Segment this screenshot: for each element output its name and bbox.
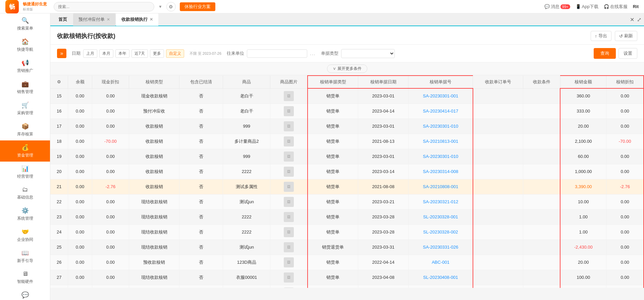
cell-cancel_bill_no-3[interactable]: SA-20210813-001 — [409, 134, 473, 149]
export-btn[interactable]: ↑ 导出 — [591, 31, 612, 41]
tab-close-prepay[interactable]: ✕ — [107, 17, 110, 22]
date-last-month[interactable]: 上月 — [83, 49, 97, 58]
cell-cancel_discount-12: 0.00 — [606, 270, 644, 285]
close-tab-icon[interactable]: ✕ — [630, 16, 634, 23]
maximize-icon[interactable]: ⤢ — [637, 16, 641, 23]
sidebar-item-inventory[interactable]: 📦库存核算 — [0, 119, 50, 140]
bill-no-link-4[interactable]: SA-20230301-010 — [423, 154, 459, 159]
cell-cancel_bill_date-7: 2023-03-21 — [358, 194, 409, 209]
bill-no-link-7[interactable]: SA-20230321-012 — [423, 199, 459, 204]
message-btn[interactable]: 💬 消息 99+ — [544, 4, 570, 10]
sidebar-item-system[interactable]: ⚙️系统管理 — [0, 204, 50, 225]
tab-prepay[interactable]: 预付冲应付单✕ — [73, 13, 115, 26]
col-header-settings[interactable]: ⚙ — [50, 76, 68, 88]
sidebar-item-capital[interactable]: 💰资金管理 — [0, 140, 50, 162]
service-btn[interactable]: 🎧 在线客服 — [604, 4, 628, 10]
cell-balance-7: 0.00 — [68, 194, 92, 209]
cell-cancel_discount-3: -70.00 — [606, 134, 644, 149]
bill-no-link-11[interactable]: ABC-001 — [432, 260, 449, 265]
filter-bar: » 日期 上月 本月 本年 近7天 更多 自定义 不限 至 2023-07-26 — [50, 45, 644, 62]
data-table-wrapper: ⚙余额现金折扣核销类型包含已结清商品商品图片核销单据类型核销单据日期核销单据号收… — [50, 75, 644, 288]
bill-no-link-0[interactable]: SA-20230301-001 — [423, 93, 459, 98]
enterprise-icon: 🤝 — [21, 228, 29, 235]
sidebar-item-wechat[interactable]: 💬企业微信 — [0, 288, 50, 300]
sidebar-item-search[interactable]: 🔍搜索菜单 — [0, 13, 50, 35]
sidebar-item-enterprise[interactable]: 🤝企业协同 — [0, 225, 50, 246]
cell-goods-6: 测试多属性 — [223, 179, 270, 194]
cell-cash_discount-9: 0.00 — [92, 224, 129, 240]
page-title: 收款核销执行(按收款) — [57, 32, 115, 40]
bill-no-link-8[interactable]: SL-20230328-001 — [423, 214, 458, 219]
cell-cancel_bill_no-4[interactable]: SA-20230301-010 — [409, 149, 473, 164]
cell-cancel_bill_no-1[interactable]: SA-20230414-017 — [409, 103, 473, 119]
app-download-btn[interactable]: 📱 App下载 — [576, 4, 598, 10]
industry-btn[interactable]: 休验行业方案 — [180, 2, 215, 11]
sidebar-item-hardware[interactable]: 🖥智能硬件 — [0, 267, 50, 288]
sidebar-item-guide[interactable]: 📖新手引导 — [0, 246, 50, 267]
filter-toggle-btn[interactable]: » — [57, 49, 66, 58]
cell-cancel_bill_no-9[interactable]: SL-20230328-002 — [409, 224, 473, 240]
settings-icon[interactable]: ⚙ — [166, 2, 176, 11]
cell-goods_image-8: 🖼 — [270, 209, 308, 224]
tab-label-receipt: 收款核销执行 — [121, 16, 148, 23]
sidebar-item-basic[interactable]: 🗂基础信息 — [0, 183, 50, 204]
cell-cancel_bill_type-3: 销货单 — [308, 134, 358, 149]
cell-balance-6: 0.00 — [68, 179, 92, 194]
main-content: 首页预付冲应付单✕收款核销执行✕ ✕ ⤢ 收款核销执行(按收款) ↑ 导出 ↺ — [50, 13, 644, 300]
bill-no-link-10[interactable]: SA-20230331-026 — [423, 245, 459, 250]
sidebar-item-marketing[interactable]: 📢营销推广 — [0, 56, 50, 77]
goods-image-1: 🖼 — [284, 106, 294, 116]
top-search-input[interactable] — [54, 2, 154, 11]
cell-cancel_bill_no-0[interactable]: SA-20230301-001 — [409, 88, 473, 103]
date-this-year[interactable]: 本年 — [115, 49, 129, 58]
cell-cancel_bill_no-7[interactable]: SA-20230321-012 — [409, 194, 473, 209]
bill-no-link-12[interactable]: SL-20230408-001 — [423, 275, 458, 280]
tab-receipt[interactable]: 收款核销执行✕ — [116, 13, 158, 26]
expand-more-btn[interactable]: ∨ 展开更多条件 — [327, 65, 367, 73]
cell-goods_image-3: 🖼 — [270, 134, 308, 149]
sidebar-item-purchase[interactable]: 🛒采购管理 — [0, 98, 50, 119]
user-name[interactable]: Rit — [633, 4, 639, 9]
cell-cancel_bill_no-13[interactable]: SL-20230418-001 — [409, 285, 473, 288]
cell-balance-5: 0.00 — [68, 164, 92, 179]
cell-cancel_bill_no-2[interactable]: SA-20230301-010 — [409, 119, 473, 134]
sidebar-item-operation[interactable]: 📊经营管理 — [0, 162, 50, 183]
date-this-month[interactable]: 本月 — [99, 49, 113, 58]
cell-goods_image-1: 🖼 — [270, 103, 308, 119]
query-btn[interactable]: 查询 — [594, 48, 616, 59]
cell-receipt_condition-5 — [523, 164, 560, 179]
cell-cancel_bill_no-6[interactable]: SA-20210808-001 — [409, 179, 473, 194]
cell-cancel_bill_no-10[interactable]: SA-20230331-026 — [409, 240, 473, 255]
cell-cancel_bill_no-11[interactable]: ABC-001 — [409, 255, 473, 270]
cell-cancel_amount-11: 20.00 — [560, 255, 606, 270]
settings-btn[interactable]: 设置 — [619, 48, 637, 59]
cell-cancel_bill_no-5[interactable]: SA-20230314-008 — [409, 164, 473, 179]
cell-cancel_bill_no-12[interactable]: SL-20230408-001 — [409, 270, 473, 285]
goods-image-0: 🖼 — [284, 91, 294, 101]
sidebar-item-sales[interactable]: 💼销售管理 — [0, 77, 50, 98]
cell-receipt_order_no-3 — [473, 134, 523, 149]
tab-home[interactable]: 首页 — [53, 13, 72, 26]
cell-cancel_bill_type-10: 销货退货单 — [308, 240, 358, 255]
filter-type-group: 单据类型 — [321, 49, 395, 58]
col-header-goods: 商品 — [223, 76, 270, 88]
dropdown-arrow[interactable]: ▼ — [158, 4, 162, 9]
bill-no-link-3[interactable]: SA-20210813-001 — [423, 139, 459, 144]
bill-no-link-6[interactable]: SA-20210808-001 — [423, 184, 459, 189]
sidebar-item-quicknav[interactable]: 🏠快捷导航 — [0, 35, 50, 56]
cell-including_settled-5: 否 — [179, 164, 223, 179]
refresh-btn[interactable]: ↺ 刷新 — [615, 31, 637, 41]
bill-no-link-2[interactable]: SA-20230301-010 — [423, 124, 459, 129]
bill-no-link-9[interactable]: SL-20230328-002 — [423, 229, 458, 234]
bill-no-link-1[interactable]: SA-20230414-017 — [423, 109, 459, 114]
cell-cancel_bill_no-8[interactable]: SL-20230328-001 — [409, 209, 473, 224]
bill-no-link-5[interactable]: SA-20230314-008 — [423, 169, 459, 174]
from-unit-input[interactable] — [247, 49, 307, 58]
date-more[interactable]: 更多 — [150, 49, 164, 58]
table-row: 250.000.00现结收款核销否测试jun🖼销货退货单2023-03-31SA… — [50, 240, 644, 255]
date-7days[interactable]: 近7天 — [131, 49, 148, 58]
tab-close-receipt[interactable]: ✕ — [150, 17, 153, 22]
date-custom[interactable]: 自定义 — [166, 49, 184, 58]
cell-cash_discount-12: 0.00 — [92, 270, 129, 285]
receipt-type-select[interactable] — [341, 49, 395, 58]
